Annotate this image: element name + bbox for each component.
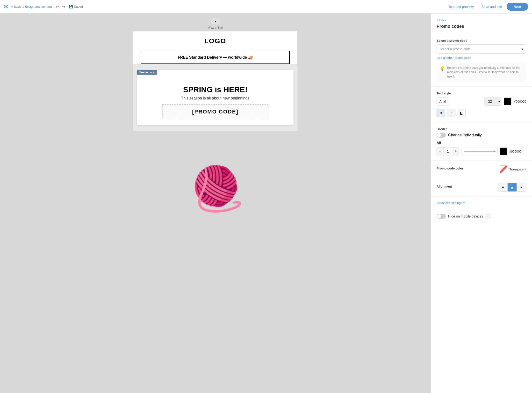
- change-individually-toggle[interactable]: [437, 133, 446, 138]
- font-select[interactable]: Arial: [437, 97, 449, 105]
- advanced-settings: Advanced settings ▾: [431, 197, 532, 209]
- font-size-select[interactable]: 22: [484, 97, 501, 106]
- email-icon: ✉: [4, 4, 8, 10]
- border-controls: − 1 + ────────────── - - - - - - - · · ·…: [437, 147, 522, 155]
- spring-heading: SPRING is HERE!: [143, 85, 288, 94]
- border-label: Border: [437, 127, 526, 131]
- promo-tag: Promo code: [137, 70, 157, 75]
- border-stepper: − 1 +: [437, 147, 459, 155]
- promo-color-swatch[interactable]: [500, 165, 507, 173]
- promo-color-label: Promo code color: [437, 167, 463, 170]
- logo-text: LOGO: [139, 37, 292, 45]
- promo-code-box[interactable]: [PROMO CODE]: [162, 104, 268, 119]
- email-preview: LOGO FREE Standard Delivery — worldwide …: [133, 31, 297, 227]
- alignment-section: Alignment ≡ ☰ ≡: [431, 178, 532, 197]
- font-row: Arial 22 #000000: [437, 97, 526, 106]
- border-section: Border Change individually All − 1 + ───…: [431, 122, 532, 161]
- align-center-button[interactable]: ☰: [508, 183, 517, 191]
- border-style-select[interactable]: ────────────── - - - - - - - · · · · · ·…: [461, 148, 498, 155]
- align-right-button[interactable]: ≡: [517, 183, 526, 191]
- redo-button[interactable]: ↪: [61, 3, 66, 10]
- border-increase-button[interactable]: +: [452, 147, 459, 155]
- undo-redo-group: ↩ ↪: [55, 3, 66, 10]
- topbar-right: Test and preview Save and exit Next: [446, 3, 528, 11]
- canvas-area: ▾ View online LOGO FREE Standard Deliver…: [0, 14, 431, 393]
- bold-button[interactable]: B: [437, 109, 445, 117]
- promo-select-section: Select a promo code Select a promo code …: [431, 34, 532, 87]
- alignment-buttons: ≡ ☰ ≡: [498, 183, 526, 192]
- season-subtitle: This season is all about new beginnings: [143, 96, 288, 100]
- border-decrease-button[interactable]: −: [437, 147, 444, 155]
- saved-status: 💾 Saved: [69, 5, 83, 8]
- delivery-text: FREE Standard Delivery — worldwide 🚚: [178, 55, 253, 59]
- save-icon: 💾: [69, 5, 73, 8]
- promo-color-controls: Transparent: [500, 165, 526, 173]
- test-preview-button[interactable]: Test and preview: [446, 3, 477, 10]
- collapse-button[interactable]: ▾: [210, 18, 220, 24]
- hint-box: 💡 Be sure the promo code you're adding i…: [437, 63, 526, 82]
- text-style-section: Text style Arial 22 #000000 B I U: [431, 87, 532, 122]
- border-style-wrapper: ────────────── - - - - - - - · · · · · ·…: [461, 148, 498, 155]
- text-style-label: Text style: [437, 91, 526, 95]
- border-color-swatch[interactable]: [500, 147, 507, 155]
- panel-title: Promo codes: [437, 24, 526, 29]
- mobile-section: Hide on mobile devices i: [431, 209, 532, 224]
- main-layout: ▾ View online LOGO FREE Standard Deliver…: [0, 14, 532, 393]
- info-icon[interactable]: i: [486, 214, 490, 218]
- panel-back-button[interactable]: < Back: [437, 18, 526, 22]
- back-to-design-link[interactable]: < Back to design and content: [11, 5, 52, 8]
- logo-section: LOGO: [133, 31, 297, 51]
- panel-header: < Back Promo codes: [431, 14, 532, 34]
- sweater-image: 🧶: [186, 160, 247, 218]
- topbar: ✉ < Back to design and content ↩ ↪ 💾 Sav…: [0, 0, 532, 14]
- lightbulb-icon: 💡: [439, 66, 445, 71]
- topbar-left: ✉ < Back to design and content ↩ ↪ 💾 Sav…: [4, 3, 83, 10]
- promo-color-section: Promo code color Transparent: [431, 161, 532, 178]
- promo-card[interactable]: Promo code SPRING is HERE! This season i…: [137, 70, 294, 125]
- alignment-row: Alignment ≡ ☰ ≡: [437, 183, 526, 192]
- promo-color-value: Transparent: [509, 168, 526, 171]
- advanced-settings-link[interactable]: Advanced settings ▾: [437, 201, 465, 205]
- alignment-label: Alignment: [437, 185, 452, 188]
- border-color-label: #000000: [509, 150, 522, 153]
- underline-button[interactable]: U: [457, 109, 466, 117]
- format-buttons: B I U: [437, 109, 526, 117]
- view-online-link[interactable]: View online: [208, 26, 223, 29]
- change-individually-label: Change individually: [448, 133, 482, 137]
- promo-select-wrapper: Select a promo code: [437, 44, 526, 54]
- align-left-button[interactable]: ≡: [498, 183, 508, 191]
- right-panel: < Back Promo codes Select a promo code S…: [431, 14, 532, 393]
- add-promo-link[interactable]: Add another promo code: [437, 56, 471, 60]
- save-exit-button[interactable]: Save and exit: [479, 3, 505, 10]
- italic-button[interactable]: I: [447, 109, 455, 117]
- text-color-label: #000000: [514, 100, 526, 103]
- promo-color-row: Promo code color Transparent: [437, 165, 526, 173]
- hide-mobile-toggle[interactable]: [437, 214, 446, 219]
- hint-text: Be sure the promo code you're adding is …: [447, 66, 523, 79]
- all-label: All: [437, 141, 441, 145]
- promo-select[interactable]: Select a promo code: [437, 44, 526, 54]
- text-color-swatch[interactable]: [504, 98, 511, 105]
- hide-mobile-label: Hide on mobile devices: [448, 214, 483, 218]
- undo-button[interactable]: ↩: [55, 3, 60, 10]
- change-individually-row: Change individually: [437, 133, 526, 138]
- select-promo-label: Select a promo code: [437, 39, 526, 42]
- delivery-banner: FREE Standard Delivery — worldwide 🚚: [141, 51, 290, 64]
- next-button[interactable]: Next: [507, 3, 528, 11]
- sweater-section: 🧶: [133, 131, 297, 227]
- promo-code-text: [PROMO CODE]: [192, 109, 238, 115]
- border-value-input[interactable]: 1: [444, 147, 452, 155]
